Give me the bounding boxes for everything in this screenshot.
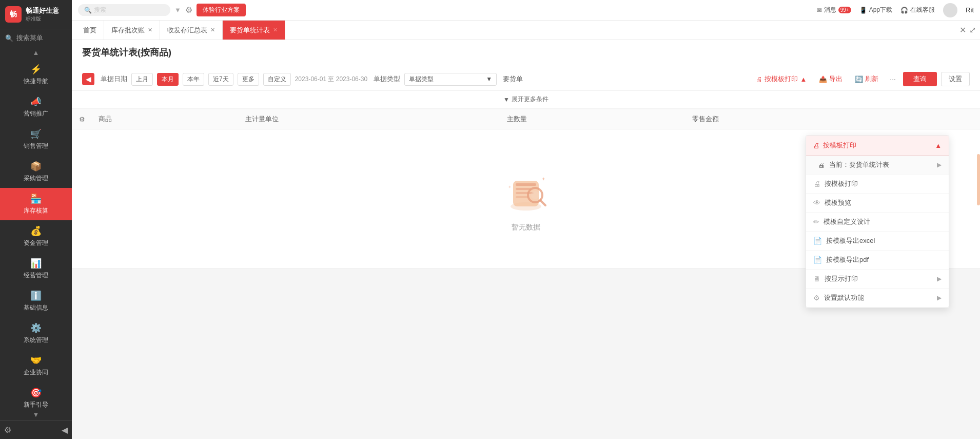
sidebar-item-basic[interactable]: ℹ️ 基础信息 xyxy=(0,285,72,317)
template-print-label: 按模板打印 xyxy=(825,179,858,188)
main-content: 🔍 搜索 ▼ ⚙ 体验行业方案 ✉ 消息 99+ 📱 App下载 🎧 在线客服 … xyxy=(72,0,980,439)
dropdown-current-item[interactable]: 🖨 当前：要货单统计表 ▶ xyxy=(806,156,949,175)
sidebar-item-finance[interactable]: 💰 资金管理 xyxy=(0,220,72,253)
last-7-days-btn[interactable]: 近7天 xyxy=(208,73,233,86)
gear-header-icon[interactable]: ⚙ xyxy=(185,5,192,15)
app-logo: 畅 畅通好生意 标准版 xyxy=(0,0,72,29)
scroll-down-btn[interactable]: ▼ xyxy=(0,409,72,421)
template-print-icon: 🖨 xyxy=(813,180,820,188)
sidebar-item-inventory[interactable]: 🏪 库存核算 xyxy=(0,188,72,220)
marketing-icon: 📣 xyxy=(30,96,42,107)
default-func-label: 设置默认功能 xyxy=(824,293,864,302)
app-download-btn[interactable]: 📱 App下载 xyxy=(859,6,892,14)
global-search[interactable]: 🔍 搜索 xyxy=(78,4,170,16)
dropdown-header[interactable]: 🖨 按模板打印 ▲ xyxy=(806,136,949,156)
settings-btn[interactable]: 设置 xyxy=(941,72,970,86)
finance-icon: 💰 xyxy=(30,225,42,237)
export-excel-label: 按模板导出excel xyxy=(826,236,875,245)
svg-text:✦: ✦ xyxy=(541,176,545,182)
logo-icon: 畅 xyxy=(5,6,22,23)
collapse-sidebar-icon[interactable]: ◀ xyxy=(62,425,68,435)
maximize-btn[interactable]: ⤢ xyxy=(969,25,976,35)
display-print-label: 按显示打印 xyxy=(825,274,858,283)
header-right: ✉ 消息 99+ 📱 App下载 🎧 在线客服 Rit xyxy=(817,3,974,17)
col-quantity-header: 主数量 xyxy=(501,109,686,129)
tab-order-stats[interactable]: 要货单统计表 ✕ xyxy=(223,21,285,40)
svg-point-8 xyxy=(531,191,539,199)
sidebar-item-quick-nav[interactable]: ⚡ 快捷导航 xyxy=(0,59,72,91)
dropdown-header-label: 按模板打印 xyxy=(823,141,856,150)
settings-bottom-icon[interactable]: ⚙ xyxy=(4,425,11,435)
tab-receipt-summary[interactable]: 收发存汇总表 ✕ xyxy=(160,21,223,40)
tab-order-stats-label: 要货单统计表 xyxy=(230,26,270,35)
dropdown-item-left-3: ✏ 模板自定义设计 xyxy=(813,217,870,226)
filter-toggle-btn[interactable]: ◀ xyxy=(82,73,94,85)
tab-receipt-summary-label: 收发存汇总表 xyxy=(167,26,207,35)
close-tab-btn[interactable]: ✕ xyxy=(959,25,966,35)
search-menu[interactable]: 🔍 搜索菜单 xyxy=(0,29,72,47)
dropdown-default-func[interactable]: ⚙ 设置默认功能 ▶ xyxy=(806,289,949,308)
svg-rect-4 xyxy=(516,192,534,194)
purchase-icon: 📦 xyxy=(30,161,42,172)
template-preview-label: 模板预览 xyxy=(825,198,851,207)
sidebar-item-system[interactable]: ⚙️ 系统管理 xyxy=(0,317,72,350)
sidebar-item-label: 资金管理 xyxy=(24,239,48,247)
sidebar-item-cooperate[interactable]: 🤝 企业协同 xyxy=(0,350,72,382)
tab-home[interactable]: 首页 xyxy=(76,21,104,40)
print-icon: 🖨 xyxy=(756,75,762,83)
more-date-btn[interactable]: 更多 xyxy=(238,73,259,86)
print-template-btn[interactable]: 🖨 按模板打印 ▲ xyxy=(752,72,811,86)
page-title: 要货单统计表(按商品) xyxy=(82,46,970,59)
dropdown-collapse-icon[interactable]: ▲ xyxy=(935,142,942,149)
scroll-up-btn[interactable]: ▲ xyxy=(0,47,72,59)
prev-month-btn[interactable]: 上月 xyxy=(131,73,153,86)
customer-service-btn[interactable]: 🎧 在线客服 xyxy=(900,6,935,14)
expand-more-label: 展开更多条件 xyxy=(512,95,548,104)
sidebar-item-sales[interactable]: 🛒 销售管理 xyxy=(0,123,72,156)
dropdown-template-export-pdf[interactable]: 📄 按模板导出pdf xyxy=(806,251,949,270)
avatar[interactable] xyxy=(943,3,957,17)
sidebar-item-guide[interactable]: 🎯 新手引导 xyxy=(0,382,72,409)
dropdown-item-left-4: 📄 按模板导出excel xyxy=(813,236,875,245)
template-preview-icon: 👁 xyxy=(813,199,820,207)
tab-inventory-batch[interactable]: 库存批次账 ✕ xyxy=(104,21,160,40)
template-custom-icon: ✏ xyxy=(813,218,819,226)
empty-illustration: ✦ ✦ xyxy=(500,165,552,217)
dropdown-display-print[interactable]: 🖥 按显示打印 ▶ xyxy=(806,270,949,289)
version-label: 标准版 xyxy=(26,15,59,23)
empty-text: 暂无数据 xyxy=(512,223,540,232)
current-month-btn[interactable]: 本月 xyxy=(157,73,179,86)
col-settings-header: ⚙ xyxy=(72,109,92,129)
svg-line-7 xyxy=(540,200,545,205)
scrollbar[interactable] xyxy=(977,154,980,205)
expand-more-btn[interactable]: ▼ 展开更多条件 xyxy=(497,93,555,106)
message-btn[interactable]: ✉ 消息 99+ xyxy=(817,6,851,14)
sidebar-item-marketing[interactable]: 📣 营销推广 xyxy=(0,91,72,123)
dropdown-template-print[interactable]: 🖨 按模板打印 xyxy=(806,175,949,194)
export-icon: 📤 xyxy=(819,75,827,83)
order-filter-group: 要货单 xyxy=(503,74,523,84)
order-filter-label: 要货单 xyxy=(503,74,523,84)
more-actions-btn[interactable]: ··· xyxy=(887,73,899,85)
query-btn[interactable]: 查询 xyxy=(903,72,937,86)
print-header-icon: 🖨 xyxy=(813,142,820,149)
doc-type-select[interactable]: 单据类型 ▼ xyxy=(404,73,497,86)
refresh-btn[interactable]: 🔄 刷新 xyxy=(851,72,883,86)
try-industry-btn[interactable]: 体验行业方案 xyxy=(197,4,246,16)
dropdown-template-custom[interactable]: ✏ 模板自定义设计 xyxy=(806,213,949,232)
dropdown-arrow-icon[interactable]: ▼ xyxy=(174,6,181,14)
tab-order-stats-close[interactable]: ✕ xyxy=(273,27,278,33)
dropdown-template-preview[interactable]: 👁 模板预览 xyxy=(806,194,949,213)
tab-inventory-batch-close[interactable]: ✕ xyxy=(148,27,152,33)
tab-receipt-summary-close[interactable]: ✕ xyxy=(210,27,215,33)
col-extra-header xyxy=(910,109,981,129)
custom-date-btn[interactable]: 自定义 xyxy=(263,73,291,86)
current-year-btn[interactable]: 本年 xyxy=(183,73,204,86)
search-icon: 🔍 xyxy=(5,34,13,42)
dropdown-template-export-excel[interactable]: 📄 按模板导出excel xyxy=(806,232,949,251)
dropdown-item-left-1: 🖨 按模板打印 xyxy=(813,179,858,188)
sidebar-item-operation[interactable]: 📊 经营管理 xyxy=(0,253,72,285)
export-btn[interactable]: 📤 导出 xyxy=(815,72,847,86)
sidebar-item-purchase[interactable]: 📦 采购管理 xyxy=(0,156,72,188)
settings-col-icon[interactable]: ⚙ xyxy=(79,116,85,123)
